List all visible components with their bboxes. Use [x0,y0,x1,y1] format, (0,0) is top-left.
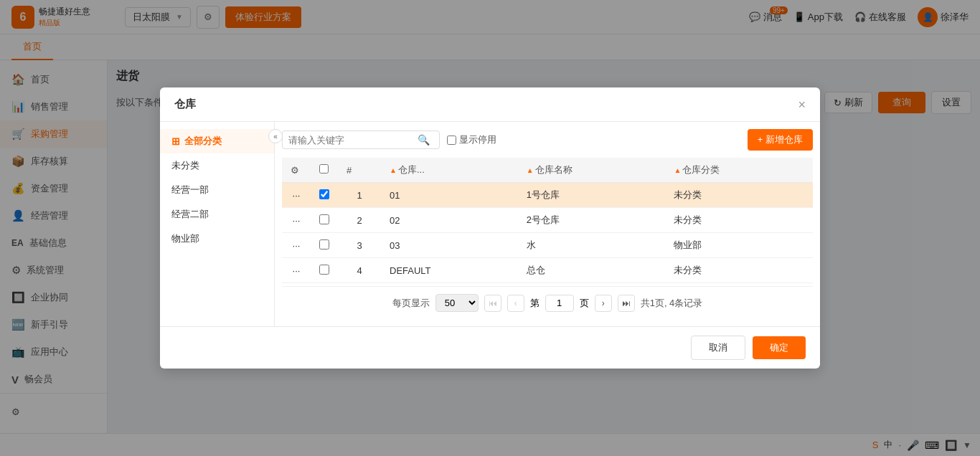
show-disabled-label: 显示停用 [447,133,496,146]
search-input[interactable] [288,135,418,146]
row-code: 01 [381,183,518,208]
page-label: 第 [530,297,540,310]
row-code: 02 [381,208,518,233]
row-category: 未分类 [665,258,813,283]
warehouse-table: ⚙ # ▲仓库... ▲仓库名称 ▲仓库分类 ··· [282,158,813,283]
table-row[interactable]: ··· 1 01 1号仓库 未分类 [282,183,813,208]
sort-icon: ▲ [390,166,397,174]
row-checkbox[interactable] [319,214,329,224]
grid-icon: ⊞ [171,136,180,147]
table-toolbar: 🔍 显示停用 + 新增仓库 [282,129,813,151]
row-actions: ··· [282,183,311,208]
row-checkbox-cell [311,258,338,283]
show-disabled-checkbox[interactable] [447,136,456,145]
row-num: 4 [338,258,381,283]
pagination: 每页显示 50 10 20 100 ⏮ ‹ 第 页 › ⏭ 共1页, 4条记录 [282,286,813,319]
row-checkbox[interactable] [319,189,329,199]
last-page-button[interactable]: ⏭ [618,295,635,312]
row-num: 3 [338,233,381,258]
th-num: # [338,158,381,183]
search-icon[interactable]: 🔍 [418,134,430,146]
row-name: 水 [518,233,666,258]
search-box: 🔍 [282,130,440,149]
modal-close-button[interactable]: × [798,98,806,111]
row-actions: ··· [282,258,311,283]
category-ops2[interactable]: 经营二部 [160,202,274,227]
category-property[interactable]: 物业部 [160,227,274,251]
table-row[interactable]: ··· 4 DEFAULT 总仓 未分类 [282,258,813,283]
row-checkbox-cell [311,183,338,208]
next-page-button[interactable]: › [595,295,612,312]
row-checkbox-cell [311,233,338,258]
row-category: 物业部 [665,233,813,258]
confirm-button[interactable]: 确定 [753,336,806,359]
row-code: DEFAULT [381,258,518,283]
category-ops1[interactable]: 经营一部 [160,178,274,202]
row-category: 未分类 [665,183,813,208]
page-size-select[interactable]: 50 10 20 100 [435,294,479,312]
row-name: 总仓 [518,258,666,283]
category-all[interactable]: ⊞ 全部分类 [160,129,274,153]
row-checkbox-cell [311,208,338,233]
th-code[interactable]: ▲仓库... [381,158,518,183]
row-name: 2号仓库 [518,208,666,233]
warehouse-modal: 仓库 × « ⊞ 全部分类 未分类 经营一部 经营二部 [160,87,820,369]
modal-title: 仓库 [174,98,196,111]
select-all-checkbox[interactable] [319,164,329,174]
th-settings[interactable]: ⚙ [282,158,311,183]
total-info: 共1页, 4条记录 [641,297,703,310]
sort-icon-name: ▲ [527,166,534,174]
table-row[interactable]: ··· 3 03 水 物业部 [282,233,813,258]
prev-page-button[interactable]: ‹ [507,295,524,312]
row-checkbox[interactable] [319,239,329,250]
row-category: 未分类 [665,208,813,233]
th-category[interactable]: ▲仓库分类 [665,158,813,183]
row-actions: ··· [282,233,311,258]
cancel-button[interactable]: 取消 [691,336,745,360]
row-actions: ··· [282,208,311,233]
first-page-button[interactable]: ⏮ [484,295,501,312]
modal-footer: 取消 确定 [160,326,820,369]
table-panel: 🔍 显示停用 + 新增仓库 ⚙ [275,122,820,326]
add-warehouse-button[interactable]: + 新增仓库 [748,129,813,151]
th-name[interactable]: ▲仓库名称 [518,158,666,183]
modal-body: « ⊞ 全部分类 未分类 经营一部 经营二部 物业部 [160,122,820,326]
row-num: 1 [338,183,381,208]
modal-header: 仓库 × [160,87,820,122]
modal-overlay: 仓库 × « ⊞ 全部分类 未分类 经营一部 经营二部 [0,0,980,456]
table-row[interactable]: ··· 2 02 2号仓库 未分类 [282,208,813,233]
sort-icon-cat: ▲ [674,166,681,174]
category-unclassified[interactable]: 未分类 [160,153,274,178]
category-panel: « ⊞ 全部分类 未分类 经营一部 经营二部 物业部 [160,122,275,326]
row-num: 2 [338,208,381,233]
row-checkbox[interactable] [319,265,329,275]
page-number-input[interactable] [545,295,574,312]
page-size-label: 每页显示 [392,297,430,310]
th-checkbox [311,158,338,183]
collapse-button[interactable]: « [268,129,283,143]
page-unit: 页 [580,297,589,310]
row-name: 1号仓库 [518,183,666,208]
row-code: 03 [381,233,518,258]
